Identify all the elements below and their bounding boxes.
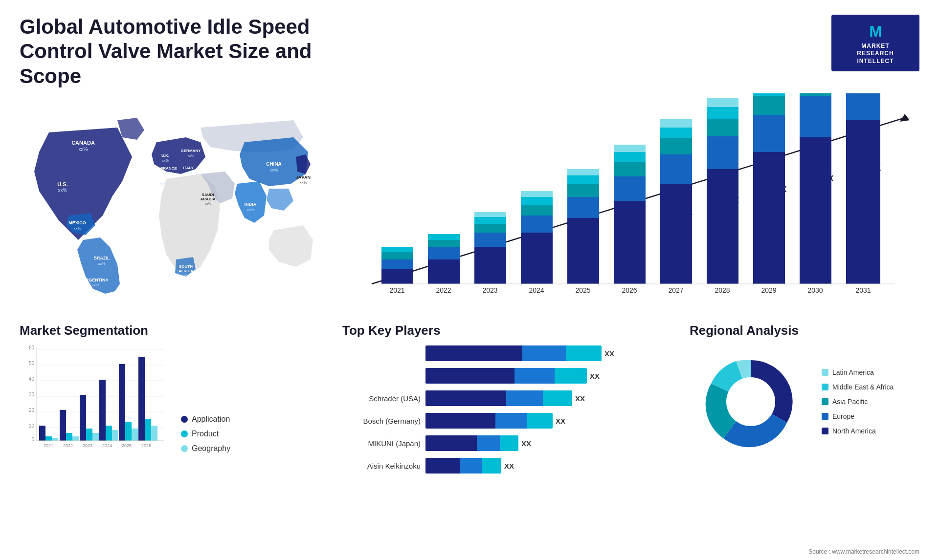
player-1-value: XX	[604, 349, 614, 358]
player-row-aisin: Aisin Keikinzoku XX	[342, 458, 670, 474]
svg-rect-92	[753, 115, 785, 152]
latin-america-dot	[822, 369, 828, 376]
svg-marker-33	[900, 114, 910, 122]
bosch-value: XX	[556, 417, 565, 425]
svg-text:U.K.: U.K.	[161, 153, 169, 158]
segmentation-title: Market Segmentation	[20, 323, 323, 338]
svg-text:JAPAN: JAPAN	[296, 175, 311, 180]
svg-rect-89	[707, 98, 738, 107]
svg-rect-129	[60, 410, 66, 441]
svg-text:2027: 2027	[668, 286, 683, 294]
svg-rect-59	[474, 212, 506, 217]
svg-rect-125	[39, 426, 45, 441]
svg-rect-71	[567, 169, 599, 175]
logo-text: MARKETRESEARCHINTELLECT	[840, 43, 911, 65]
player-bar-mikuni: XX	[425, 435, 670, 451]
svg-text:xx%: xx%	[165, 171, 172, 174]
svg-rect-57	[474, 224, 506, 233]
middle-east-dot	[822, 384, 828, 390]
seg-legend: Application Product Geography	[181, 415, 230, 453]
svg-text:2024: 2024	[529, 286, 544, 294]
svg-text:20: 20	[29, 408, 35, 413]
regional-donut-chart	[690, 345, 812, 458]
logo-box: M MARKETRESEARCHINTELLECT	[831, 15, 919, 71]
legend-asia-pacific: Asia Pacific	[822, 398, 894, 406]
player-2-value: XX	[590, 372, 600, 380]
svg-rect-83	[660, 119, 692, 128]
svg-text:2030: 2030	[807, 286, 823, 294]
svg-text:2022: 2022	[436, 286, 451, 294]
svg-rect-51	[428, 247, 460, 259]
svg-text:MEXICO: MEXICO	[68, 220, 86, 225]
world-map: CANADA xx% U.S. xx% MEXICO xx% BRAZIL xx…	[20, 93, 323, 294]
legend-product: Product	[181, 430, 230, 438]
asia-pacific-dot	[822, 398, 828, 405]
svg-text:xx%: xx%	[299, 180, 307, 185]
svg-rect-87	[707, 119, 738, 136]
player-bar-bosch: XX	[425, 413, 670, 429]
svg-text:CANADA: CANADA	[71, 140, 95, 146]
mikuni-value: XX	[521, 439, 531, 448]
player-name-mikuni: MIKUNI (Japan)	[342, 439, 421, 448]
map-section: CANADA xx% U.S. xx% MEXICO xx% BRAZIL xx…	[20, 93, 333, 318]
player-row-schrader: Schrader (USA) XX	[342, 390, 670, 406]
svg-text:xx%: xx%	[246, 208, 254, 212]
schrader-value: XX	[575, 394, 585, 403]
segmentation-chart: 60 50 40 30 20 10 0	[20, 345, 166, 453]
svg-rect-94	[753, 93, 785, 96]
source-text: Source : www.marketresearchintellect.com	[808, 548, 919, 555]
svg-rect-58	[474, 217, 506, 224]
svg-text:xx%: xx%	[162, 159, 168, 162]
north-america-label: North America	[832, 427, 876, 435]
donut-area: Latin America Middle East & Africa Asia …	[690, 345, 924, 458]
svg-rect-81	[660, 138, 692, 154]
application-dot	[181, 416, 188, 423]
svg-rect-80	[660, 154, 692, 184]
svg-rect-126	[45, 436, 52, 441]
svg-rect-135	[92, 433, 99, 441]
svg-rect-67	[567, 218, 599, 284]
regional-section: Regional Analysis	[680, 323, 924, 474]
legend-middle-east: Middle East & Africa	[822, 383, 894, 391]
svg-rect-93	[753, 96, 785, 115]
svg-text:ITALY: ITALY	[183, 166, 194, 170]
page-header: Global Automotive Idle Speed Control Val…	[0, 0, 939, 93]
svg-text:SOUTH: SOUTH	[179, 264, 193, 269]
svg-rect-69	[567, 184, 599, 197]
svg-text:2025: 2025	[122, 443, 132, 448]
bar-chart-section: XX XX XX XX XX XX XX XX XX XX XX 2021 20…	[333, 93, 924, 318]
svg-text:2031: 2031	[855, 286, 871, 294]
svg-text:2025: 2025	[575, 286, 590, 294]
svg-text:10: 10	[29, 423, 35, 429]
svg-text:xx%: xx%	[269, 168, 278, 172]
svg-rect-104	[846, 93, 880, 120]
geography-label: Geography	[192, 444, 230, 453]
svg-text:60: 60	[29, 345, 35, 350]
svg-rect-75	[614, 162, 646, 176]
seg-chart-area: 60 50 40 30 20 10 0	[20, 345, 323, 453]
svg-text:xx%: xx%	[98, 261, 105, 266]
page-title: Global Automotive Idle Speed Control Val…	[20, 15, 362, 88]
svg-text:50: 50	[29, 361, 35, 366]
svg-rect-45	[381, 269, 413, 284]
svg-rect-79	[660, 184, 692, 284]
players-title: Top Key Players	[342, 323, 670, 338]
svg-rect-63	[521, 205, 553, 215]
regional-title: Regional Analysis	[690, 323, 924, 338]
svg-rect-82	[660, 128, 692, 138]
svg-rect-98	[800, 96, 831, 137]
svg-rect-52	[428, 240, 460, 247]
svg-rect-46	[381, 259, 413, 269]
svg-text:2028: 2028	[715, 286, 730, 294]
svg-rect-56	[474, 233, 506, 247]
svg-rect-146	[145, 419, 151, 441]
svg-rect-141	[119, 364, 125, 441]
svg-rect-85	[707, 169, 738, 284]
aisin-value: XX	[504, 462, 514, 470]
product-dot	[181, 431, 188, 437]
svg-rect-53	[428, 234, 460, 240]
bottom-section: Market Segmentation 60 50 40 30 20 10 0	[20, 318, 924, 474]
svg-text:0: 0	[31, 437, 34, 442]
svg-text:xx%: xx%	[73, 226, 81, 231]
middle-east-label: Middle East & Africa	[832, 383, 894, 391]
